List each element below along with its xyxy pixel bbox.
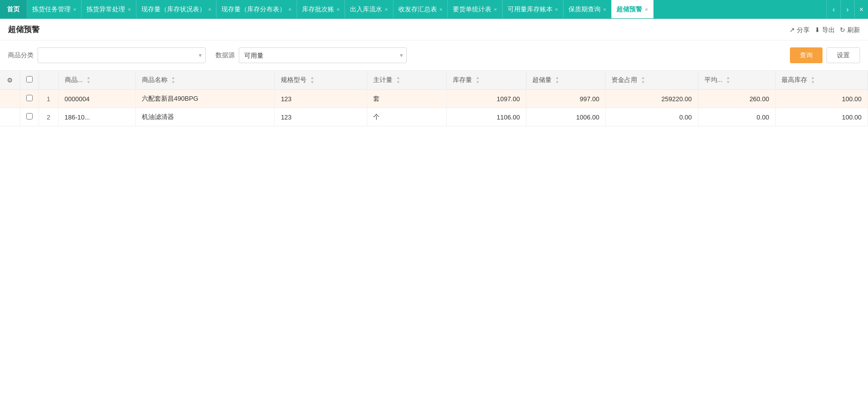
table-wrap: ⚙ 商品... ▲ ▼ 商品名称 bbox=[0, 71, 868, 126]
tab-close-5[interactable]: × bbox=[385, 6, 388, 12]
nav-tab-3[interactable]: 现存量（库存分布表） × bbox=[217, 0, 297, 18]
settings-button[interactable]: 设置 bbox=[826, 47, 860, 63]
nav-tab-4[interactable]: 库存批次账 × bbox=[297, 0, 345, 18]
share-button[interactable]: ↗ 分享 bbox=[789, 26, 810, 35]
row-avg-1: 0.00 bbox=[698, 108, 775, 126]
table-row[interactable]: 2 186-10... 机油滤清器 123 个 1106.00 1006.00 … bbox=[0, 108, 868, 126]
nav-arrows: ‹ › × bbox=[826, 0, 868, 19]
row-checkbox-0[interactable] bbox=[26, 95, 33, 101]
table-header-row: ⚙ 商品... ▲ ▼ 商品名称 bbox=[0, 71, 868, 90]
row-product-code-1: 186-10... bbox=[58, 108, 135, 126]
row-spec-1: 123 bbox=[275, 108, 367, 126]
row-product-name-0: 六配套新昌490BPG bbox=[135, 90, 274, 108]
row-unit-1: 个 bbox=[367, 108, 447, 126]
nav-prev-button[interactable]: ‹ bbox=[826, 0, 840, 19]
sort-capital: ▲ ▼ bbox=[641, 76, 645, 84]
nav-tab-8[interactable]: 可用量库存账本 × bbox=[503, 0, 564, 18]
row-index-1: 2 bbox=[39, 108, 58, 126]
tab-close-6[interactable]: × bbox=[439, 6, 442, 12]
datasource-select[interactable]: 可用量 库存量 bbox=[239, 47, 407, 63]
th-avg[interactable]: 平均... ▲ ▼ bbox=[698, 71, 775, 90]
header-actions: ↗ 分享 ⬇ 导出 ↻ 刷新 bbox=[789, 26, 860, 35]
th-unit[interactable]: 主计量 ▲ ▼ bbox=[367, 71, 447, 90]
tab-close-2[interactable]: × bbox=[208, 6, 211, 12]
category-filter: 商品分类 bbox=[8, 47, 206, 63]
query-button[interactable]: 查询 bbox=[790, 47, 823, 63]
nav-tab-10[interactable]: 超储预警 × bbox=[611, 0, 653, 18]
table-body: 1 0000004 六配套新昌490BPG 123 套 1097.00 997.… bbox=[0, 90, 868, 126]
tab-close-4[interactable]: × bbox=[337, 6, 340, 12]
sort-spec: ▲ ▼ bbox=[310, 76, 314, 84]
row-checkbox-cell[interactable] bbox=[20, 90, 39, 108]
row-max-stock-0: 100.00 bbox=[775, 90, 868, 108]
th-stock[interactable]: 库存量 ▲ ▼ bbox=[446, 71, 526, 90]
sort-avg: ▲ ▼ bbox=[726, 76, 730, 84]
refresh-button[interactable]: ↻ 刷新 bbox=[840, 26, 860, 35]
th-capital[interactable]: 资金占用 ▲ ▼ bbox=[606, 71, 698, 90]
tab-close-7[interactable]: × bbox=[494, 6, 497, 12]
sort-product-code: ▲ ▼ bbox=[87, 76, 90, 84]
tab-close-0[interactable]: × bbox=[73, 6, 76, 12]
nav-tab-2[interactable]: 现存量（库存状况表） × bbox=[136, 0, 217, 18]
row-product-name-1: 机油滤清器 bbox=[135, 108, 274, 126]
th-gear[interactable]: ⚙ bbox=[0, 71, 20, 90]
row-overstock-1: 1006.00 bbox=[526, 108, 606, 126]
sort-stock: ▲ ▼ bbox=[476, 76, 480, 84]
row-capital-1: 0.00 bbox=[606, 108, 698, 126]
nav-tab-9[interactable]: 保质期查询 × bbox=[564, 0, 611, 18]
filter-actions: 查询 设置 bbox=[790, 47, 860, 63]
sort-product-name: ▲ ▼ bbox=[172, 76, 175, 84]
nav-close-button[interactable]: × bbox=[854, 0, 868, 19]
nav-bar: 首页 拣货任务管理 × 拣货异常处理 × 现存量（库存状况表） × 现存量（库存… bbox=[0, 0, 868, 19]
th-max-stock[interactable]: 最高库存 ▲ ▼ bbox=[775, 71, 868, 90]
main-table: ⚙ 商品... ▲ ▼ 商品名称 bbox=[0, 71, 868, 126]
tab-close-3[interactable]: × bbox=[288, 6, 291, 12]
row-product-code-0: 0000004 bbox=[58, 90, 135, 108]
th-product-code[interactable]: 商品... ▲ ▼ bbox=[58, 71, 135, 90]
nav-tab-7[interactable]: 要货单统计表 × bbox=[448, 0, 502, 18]
tab-close-9[interactable]: × bbox=[603, 6, 606, 12]
nav-home[interactable]: 首页 bbox=[0, 0, 27, 18]
th-overstock[interactable]: 超储量 ▲ ▼ bbox=[526, 71, 606, 90]
sort-max-stock: ▲ ▼ bbox=[811, 76, 815, 84]
th-spec[interactable]: 规格型号 ▲ ▼ bbox=[275, 71, 367, 90]
row-stock-0: 1097.00 bbox=[446, 90, 526, 108]
share-icon: ↗ bbox=[789, 26, 795, 34]
tab-close-8[interactable]: × bbox=[555, 6, 558, 12]
datasource-label: 数据源 bbox=[216, 51, 235, 60]
page-title: 超储预警 bbox=[8, 25, 40, 35]
nav-tab-5[interactable]: 出入库流水 × bbox=[345, 0, 393, 18]
filter-row: 商品分类 数据源 可用量 库存量 查询 设置 bbox=[0, 40, 868, 71]
row-stock-1: 1106.00 bbox=[446, 108, 526, 126]
category-select[interactable] bbox=[38, 47, 206, 63]
row-index-0: 1 bbox=[39, 90, 58, 108]
nav-next-button[interactable]: › bbox=[840, 0, 854, 19]
row-gear-cell bbox=[0, 90, 20, 108]
page-header: 超储预警 ↗ 分享 ⬇ 导出 ↻ 刷新 bbox=[0, 19, 868, 40]
row-capital-0: 259220.00 bbox=[606, 90, 698, 108]
export-button[interactable]: ⬇ 导出 bbox=[815, 26, 835, 35]
table-row[interactable]: 1 0000004 六配套新昌490BPG 123 套 1097.00 997.… bbox=[0, 90, 868, 108]
sort-overstock: ▲ ▼ bbox=[555, 76, 559, 84]
select-all-checkbox[interactable] bbox=[26, 76, 33, 82]
export-icon: ⬇ bbox=[815, 26, 820, 34]
sort-unit: ▲ ▼ bbox=[396, 76, 400, 84]
category-select-wrap bbox=[38, 47, 206, 63]
nav-tab-1[interactable]: 拣货异常处理 × bbox=[82, 0, 136, 18]
nav-tab-6[interactable]: 收发存汇总表 × bbox=[393, 0, 448, 18]
category-label: 商品分类 bbox=[8, 51, 34, 60]
row-gear-cell bbox=[0, 108, 20, 126]
tab-close-1[interactable]: × bbox=[128, 6, 130, 12]
row-checkbox-1[interactable] bbox=[26, 113, 33, 119]
page-content: 超储预警 ↗ 分享 ⬇ 导出 ↻ 刷新 商品分类 bbox=[0, 19, 868, 395]
datasource-select-wrap: 可用量 库存量 bbox=[239, 47, 407, 63]
row-avg-0: 260.00 bbox=[698, 90, 775, 108]
th-checkbox bbox=[20, 71, 39, 90]
tab-close-10[interactable]: × bbox=[645, 6, 648, 12]
refresh-icon: ↻ bbox=[840, 26, 845, 34]
datasource-filter: 数据源 可用量 库存量 bbox=[216, 47, 407, 63]
nav-tab-0[interactable]: 拣货任务管理 × bbox=[27, 0, 82, 18]
th-product-name[interactable]: 商品名称 ▲ ▼ bbox=[135, 71, 274, 90]
row-checkbox-cell[interactable] bbox=[20, 108, 39, 126]
row-spec-0: 123 bbox=[275, 90, 367, 108]
